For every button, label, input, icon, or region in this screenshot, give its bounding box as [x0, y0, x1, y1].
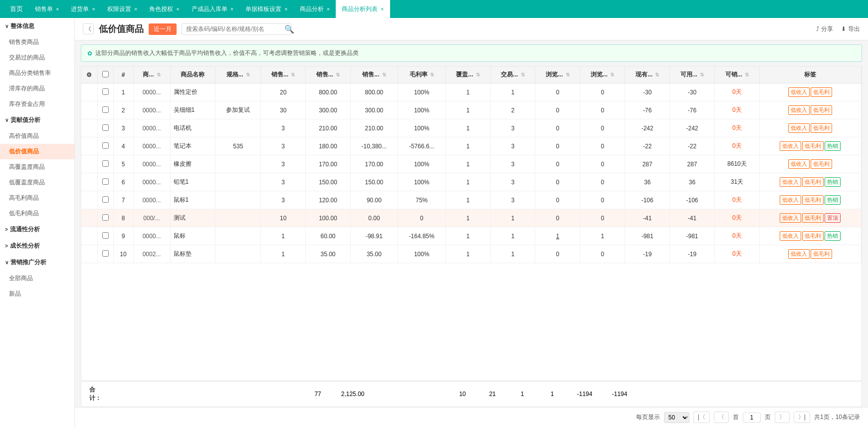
td-trade: 3 — [490, 155, 535, 173]
td-checkbox[interactable] — [97, 83, 113, 101]
nav-home[interactable]: 首页 — [4, 0, 29, 18]
td-checkbox[interactable] — [97, 227, 113, 245]
td-sale-qty: 20 — [261, 83, 306, 101]
nav-product-analysis[interactable]: 商品分析 × — [294, 0, 336, 18]
row-checkbox-4[interactable] — [102, 160, 109, 167]
td-name: 笔记本 — [170, 137, 216, 155]
td-checkbox[interactable] — [97, 209, 113, 227]
nav-close-product-analysis-list[interactable]: × — [381, 6, 384, 12]
search-icon[interactable]: 🔍 — [284, 24, 294, 34]
td-sale-amount: 170.00 — [350, 155, 398, 173]
collapse-sidebar-btn[interactable]: 《 — [83, 23, 94, 34]
row-checkbox-9[interactable] — [102, 250, 109, 257]
row-checkbox-0[interactable] — [102, 88, 109, 95]
sidebar-item-inventory-capital[interactable]: 库存资金占用 — [0, 96, 74, 112]
tag-热销: 热销 — [825, 231, 841, 241]
row-checkbox-6[interactable] — [102, 196, 109, 203]
nav-close-sales[interactable]: × — [56, 6, 59, 12]
nav-close-product-in[interactable]: × — [230, 6, 233, 12]
td-trade: 1 — [490, 209, 535, 227]
td-checkbox[interactable] — [97, 101, 113, 119]
filter-recent-month-btn[interactable]: 近一月 — [149, 23, 177, 35]
sidebar-item-low-margin[interactable]: 低毛利商品 — [0, 206, 74, 221]
sidebar-item-sales-products[interactable]: 销售类商品 — [0, 34, 74, 50]
td-code: 000/... — [133, 209, 170, 227]
th-sale-qty: 销售... ⇅ — [261, 66, 306, 83]
nav-sales[interactable]: 销售单 × — [29, 0, 65, 18]
td-browse1: 0 — [535, 191, 580, 209]
row-checkbox-5[interactable] — [102, 178, 109, 185]
tag-低收入: 低收入 — [780, 195, 801, 205]
table-footer: 合计： 77 2,125.00 10 21 1 1 -1194 -1194 — [81, 381, 862, 407]
nav-product-analysis-list[interactable]: 商品分析列表 × — [336, 0, 390, 18]
td-spec — [216, 245, 261, 263]
th-settings[interactable]: ⚙ — [81, 66, 97, 83]
sidebar-group-marketing[interactable]: ∨ 营销推广分析 — [0, 254, 74, 271]
select-all-checkbox[interactable] — [102, 71, 109, 77]
td-coverage: 1 — [445, 191, 490, 209]
nav-role[interactable]: 角色授权 × — [143, 0, 185, 18]
td-current: -41 — [625, 209, 670, 227]
sidebar-item-high-margin[interactable]: 高毛利商品 — [0, 190, 74, 206]
td-checkbox[interactable] — [97, 245, 113, 263]
sidebar-group-circulation[interactable]: > 流通性分析 — [0, 221, 74, 238]
nav-close-product-analysis[interactable]: × — [327, 6, 330, 12]
nav-purchase[interactable]: 进货单 × — [65, 0, 101, 18]
first-page-btn[interactable]: |〈 — [693, 412, 710, 423]
nav-permission[interactable]: 权限设置 × — [101, 0, 143, 18]
td-num: 6 — [113, 173, 133, 191]
page-number-input[interactable] — [743, 413, 761, 423]
sidebar-group-overall[interactable]: ∨ 整体信息 — [0, 18, 74, 34]
row-checkbox-8[interactable] — [102, 232, 109, 239]
sidebar-item-high-coverage[interactable]: 高覆盖度商品 — [0, 159, 74, 175]
td-checkbox[interactable] — [97, 119, 113, 137]
nav-product-in[interactable]: 产成品入库单 × — [186, 0, 239, 18]
tag-热销: 热销 — [825, 195, 841, 205]
row-checkbox-1[interactable] — [102, 106, 109, 113]
sidebar-group-growth[interactable]: > 成长性分析 — [0, 238, 74, 254]
sidebar-item-traded[interactable]: 交易过的商品 — [0, 50, 74, 65]
td-checkbox[interactable] — [97, 137, 113, 155]
td-sale-price: 120.00 — [306, 191, 351, 209]
search-input[interactable] — [182, 23, 291, 35]
td-sale-price: 800.00 — [306, 83, 351, 101]
sidebar-item-low-value[interactable]: 低价值商品 — [0, 144, 74, 159]
row-checkbox-2[interactable] — [102, 124, 109, 131]
prev-page-btn[interactable]: 〈 — [714, 412, 729, 423]
td-checkbox[interactable] — [97, 155, 113, 173]
sidebar-item-category-sales[interactable]: 商品分类销售率 — [0, 65, 74, 81]
td-browse2: 0 — [580, 173, 625, 191]
td-saleable: 0天 — [714, 101, 759, 119]
sidebar-item-all-products[interactable]: 全部商品 — [0, 271, 74, 286]
arrow-growth: > — [5, 243, 8, 249]
td-code: 0000... — [133, 155, 170, 173]
content-area: 《 低价值商品 近一月 🔍 ⤴ 分享 ⬇ 导出 ✿ 这部分商品的销售收入大幅低于… — [75, 18, 868, 427]
td-sale-price: 300.00 — [306, 101, 351, 119]
th-checkbox[interactable] — [97, 66, 113, 83]
sidebar-item-high-value[interactable]: 高价值商品 — [0, 128, 74, 144]
nav-close-purchase[interactable]: × — [92, 6, 95, 12]
next-page-btn[interactable]: 〉 — [775, 412, 790, 423]
td-browse1[interactable]: 1 — [535, 227, 580, 245]
td-checkbox[interactable] — [97, 173, 113, 191]
sidebar-item-sluggish[interactable]: 滞库存的商品 — [0, 81, 74, 96]
nav-template[interactable]: 单据模板设置 × — [239, 0, 293, 18]
row-checkbox-3[interactable] — [102, 142, 109, 149]
td-tags: 低收入低毛利 — [759, 83, 861, 101]
last-page-btn[interactable]: 〉| — [794, 412, 810, 423]
nav-close-role[interactable]: × — [176, 6, 179, 12]
row-checkbox-7[interactable] — [102, 214, 109, 221]
export-btn[interactable]: ⬇ 导出 — [841, 25, 860, 33]
tag-低收入: 低收入 — [788, 87, 810, 97]
sidebar-item-new-products[interactable]: 新品 — [0, 286, 74, 302]
td-checkbox[interactable] — [97, 191, 113, 209]
nav-close-template[interactable]: × — [284, 6, 287, 12]
sidebar-group-contribution[interactable]: ∨ 贡献值分析 — [0, 112, 74, 128]
share-btn[interactable]: ⤴ 分享 — [816, 25, 833, 33]
nav-close-permission[interactable]: × — [134, 6, 137, 12]
footer-browse1: 1 — [507, 391, 537, 398]
tag-低毛利: 低毛利 — [802, 213, 824, 223]
sidebar-item-low-coverage[interactable]: 低覆盖度商品 — [0, 175, 74, 190]
td-trade: 3 — [490, 137, 535, 155]
td-sale-qty: 1 — [261, 245, 306, 263]
